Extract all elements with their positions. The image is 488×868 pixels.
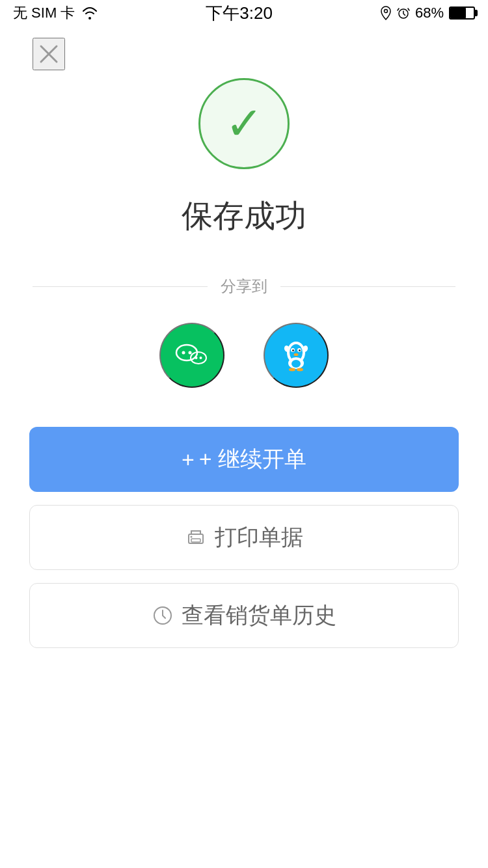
close-icon — [38, 44, 59, 64]
svg-point-18 — [291, 360, 301, 368]
print-button[interactable]: 打印单据 — [29, 505, 459, 570]
wechat-logo-icon — [172, 336, 211, 375]
wechat-share-button[interactable] — [159, 323, 224, 388]
svg-point-6 — [189, 351, 192, 355]
divider-line-right — [280, 286, 455, 287]
svg-point-8 — [195, 357, 198, 359]
location-icon — [380, 6, 392, 20]
print-label: 打印单据 — [215, 522, 303, 552]
history-label: 查看销货单历史 — [182, 601, 336, 631]
qq-logo-icon — [277, 336, 316, 375]
svg-point-16 — [294, 353, 299, 356]
share-divider: 分享到 — [0, 276, 488, 297]
share-label: 分享到 — [208, 276, 280, 297]
continue-button[interactable]: + + 继续开单 — [29, 427, 459, 492]
history-icon — [152, 604, 174, 627]
battery-percent: 68% — [415, 5, 444, 21]
svg-point-7 — [191, 352, 206, 364]
svg-point-25 — [191, 536, 193, 538]
close-button[interactable] — [33, 38, 65, 70]
status-time: 下午3:20 — [206, 2, 273, 25]
divider-line-left — [33, 286, 208, 287]
continue-icon: + — [182, 447, 195, 472]
print-icon — [185, 526, 207, 549]
alarm-icon — [397, 6, 410, 20]
status-right: 68% — [380, 5, 475, 21]
checkmark-icon: ✓ — [225, 101, 264, 146]
svg-point-20 — [297, 368, 303, 372]
success-title: 保存成功 — [182, 195, 306, 237]
status-bar: 无 SIM 卡 下午3:20 68% — [0, 0, 488, 26]
svg-point-15 — [299, 349, 301, 351]
qq-share-button[interactable] — [264, 323, 329, 388]
svg-point-0 — [384, 10, 387, 13]
sim-status: 无 SIM 卡 — [13, 3, 75, 23]
svg-rect-24 — [191, 539, 200, 542]
svg-point-5 — [182, 351, 185, 355]
svg-point-14 — [292, 349, 294, 351]
success-circle: ✓ — [198, 78, 290, 169]
action-buttons: + + 继续开单 打印单据 查看销货单历史 — [29, 427, 459, 648]
continue-label: + 继续开单 — [199, 444, 306, 474]
battery-icon — [449, 7, 475, 20]
wifi-icon — [81, 7, 98, 20]
history-button[interactable]: 查看销货单历史 — [29, 583, 459, 648]
main-content: ✓ 保存成功 分享到 — [0, 26, 488, 648]
svg-point-9 — [200, 357, 202, 359]
svg-point-19 — [289, 368, 295, 372]
share-icons-container — [159, 323, 329, 388]
status-left: 无 SIM 卡 — [13, 3, 98, 23]
